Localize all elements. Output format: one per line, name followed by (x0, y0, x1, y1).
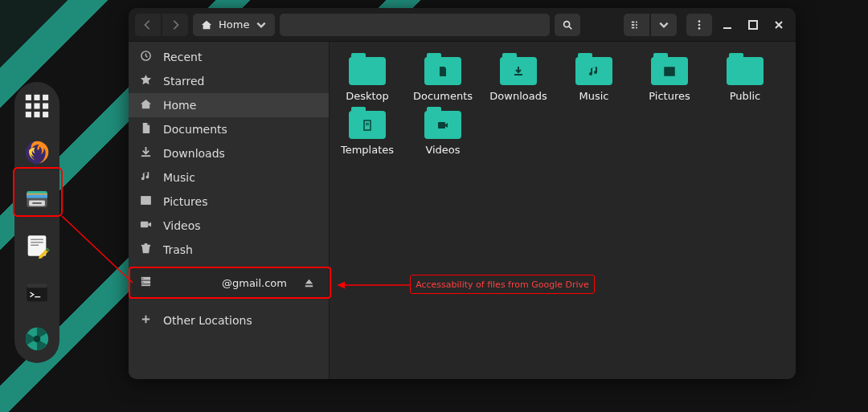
svg-rect-41 (141, 222, 148, 228)
star-icon (140, 74, 152, 88)
svg-point-24 (34, 336, 41, 343)
server-icon (140, 275, 152, 290)
eject-button[interactable] (300, 274, 317, 292)
folder-downloads[interactable]: Downloads (487, 53, 550, 102)
sidebar-item-downloads[interactable]: Downloads (129, 141, 329, 165)
sidebar-item-other-locations[interactable]: Other Locations (129, 308, 329, 332)
svg-rect-21 (27, 284, 47, 288)
annotation-label: Accessability of files from Google Drive (410, 275, 595, 294)
folder-icon (349, 107, 386, 139)
sidebar-item-google-drive[interactable]: @gmail.com (129, 268, 329, 297)
folder-label: Videos (425, 144, 460, 156)
mount-label: @gmail.com (163, 277, 289, 289)
sidebar-item-music[interactable]: Music (129, 165, 329, 190)
sidebar-item-trash[interactable]: Trash (129, 238, 329, 262)
folder-music[interactable]: Music (563, 53, 625, 102)
view-icons-button[interactable] (624, 14, 649, 36)
back-button[interactable] (135, 14, 161, 36)
clock-icon (140, 50, 152, 64)
svg-point-45 (142, 278, 143, 279)
picture-icon (140, 194, 152, 209)
folder-icon (424, 53, 461, 85)
folder-videos[interactable]: Videos (411, 107, 474, 156)
sidebar-item-pictures[interactable]: Pictures (129, 190, 329, 214)
sidebar-item-documents[interactable]: Documents (129, 117, 329, 141)
maximize-button[interactable] (743, 14, 764, 35)
folder-label: Desktop (346, 90, 389, 102)
sidebar-item-label: Downloads (163, 147, 225, 160)
sidebar-item-videos[interactable]: Videos (129, 214, 329, 238)
folder-public[interactable]: Public (714, 53, 776, 102)
svg-rect-47 (514, 74, 522, 75)
apps-grid-icon[interactable] (19, 88, 55, 124)
svg-point-34 (698, 27, 701, 30)
svg-rect-52 (366, 124, 369, 125)
view-switcher (624, 14, 677, 36)
home-icon (140, 98, 152, 112)
folder-templates[interactable]: Templates (336, 107, 399, 156)
svg-rect-6 (26, 112, 31, 117)
folder-icon (651, 53, 688, 85)
screenshot-icon[interactable] (19, 321, 55, 357)
folder-icon (727, 53, 764, 85)
folder-desktop[interactable]: Desktop (336, 53, 399, 102)
minimize-button[interactable] (717, 14, 738, 35)
folder-label: Public (730, 90, 760, 102)
folder-icon (349, 53, 386, 85)
file-manager-window: Home RecentStarredHomeDocumentsDownloads… (129, 8, 796, 379)
close-button[interactable] (768, 14, 789, 35)
text-editor-icon[interactable] (19, 228, 55, 263)
folder-icon (424, 107, 461, 139)
svg-point-46 (142, 282, 143, 283)
svg-rect-19 (31, 245, 39, 246)
search-button[interactable] (555, 14, 580, 36)
svg-rect-26 (632, 21, 635, 22)
svg-rect-15 (32, 202, 41, 203)
svg-rect-51 (366, 123, 369, 124)
sidebar-item-label: Music (163, 171, 195, 184)
sidebar-item-home[interactable]: Home (129, 93, 329, 117)
svg-rect-44 (141, 284, 150, 286)
view-options-button[interactable] (651, 14, 677, 36)
svg-rect-18 (31, 242, 43, 243)
sidebar-item-label: Trash (163, 243, 193, 256)
svg-rect-8 (43, 112, 48, 117)
svg-rect-17 (31, 239, 43, 240)
svg-rect-4 (34, 103, 39, 108)
sidebar-item-starred[interactable]: Starred (129, 69, 329, 93)
svg-rect-30 (636, 24, 637, 26)
svg-rect-1 (34, 95, 39, 100)
firefox-icon[interactable] (19, 135, 55, 170)
sidebar-item-label: Other Locations (163, 314, 252, 327)
chevron-down-icon (256, 19, 267, 31)
svg-point-32 (698, 20, 701, 22)
hamburger-menu-button[interactable] (686, 14, 712, 36)
sidebar-item-label: Home (163, 99, 196, 112)
path-bar[interactable] (280, 14, 550, 36)
files-icon[interactable] (19, 182, 55, 217)
terminal-icon[interactable] (19, 275, 55, 310)
doc-icon (140, 122, 152, 137)
svg-rect-3 (26, 103, 31, 108)
content-area[interactable]: DesktopDocumentsDownloadsMusicPicturesPu… (330, 42, 796, 379)
sidebar-item-label: Documents (163, 123, 227, 136)
launcher-dock (14, 82, 59, 363)
svg-rect-7 (34, 112, 39, 117)
svg-rect-53 (438, 122, 445, 128)
plus-icon (140, 313, 152, 328)
sidebar-item-label: Videos (163, 219, 201, 232)
svg-rect-36 (749, 21, 757, 29)
folder-icon (500, 53, 537, 85)
folder-pictures[interactable]: Pictures (638, 53, 701, 102)
places-sidebar: RecentStarredHomeDocumentsDownloadsMusic… (129, 42, 330, 379)
forward-button[interactable] (162, 14, 188, 36)
folder-documents[interactable]: Documents (411, 53, 474, 102)
svg-rect-0 (26, 95, 31, 100)
trash-icon (140, 243, 152, 257)
svg-rect-35 (723, 27, 731, 29)
path-button-home[interactable]: Home (193, 14, 275, 36)
folder-label: Downloads (489, 90, 547, 102)
svg-rect-28 (632, 27, 635, 28)
sidebar-item-recent[interactable]: Recent (129, 45, 329, 69)
headerbar: Home (129, 8, 796, 42)
